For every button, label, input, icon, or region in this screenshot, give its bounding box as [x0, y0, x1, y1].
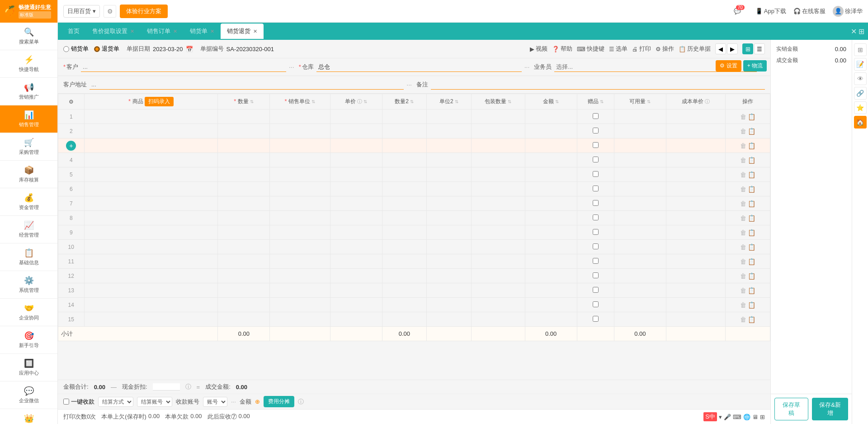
print-btn[interactable]: 🖨 打印: [632, 45, 651, 53]
unit-cell-15[interactable]: [270, 312, 330, 327]
price-cell-7[interactable]: [330, 196, 382, 211]
remark-input[interactable]: [431, 80, 765, 90]
copy-icon-6[interactable]: 📋: [748, 186, 755, 193]
delete-icon-7[interactable]: 🗑: [740, 200, 746, 207]
video-btn[interactable]: ▶ 视频: [530, 45, 547, 53]
calc-method-select[interactable]: 结算方式: [98, 397, 133, 407]
available-cell-2[interactable]: [614, 124, 666, 138]
experience-button[interactable]: 体验行业方案: [120, 5, 168, 18]
product-input-14[interactable]: [87, 301, 215, 308]
qty-cell-7[interactable]: [218, 196, 270, 211]
operation-btn[interactable]: ⚙ 操作: [656, 45, 674, 53]
price-cell-3[interactable]: [330, 138, 382, 153]
cost-cell-5[interactable]: [666, 167, 725, 182]
gift-cell-14[interactable]: [577, 298, 614, 312]
gift-checkbox-15[interactable]: [593, 316, 599, 322]
qty2-cell-11[interactable]: [382, 254, 427, 269]
available-cell-4[interactable]: [614, 153, 666, 167]
qty-cell-5[interactable]: [218, 167, 270, 182]
float-btn-6[interactable]: 🏠: [854, 116, 867, 129]
cost-cell-14[interactable]: [666, 298, 725, 312]
add-row-btn[interactable]: +: [66, 141, 76, 151]
qty2-cell-6[interactable]: [382, 182, 427, 196]
price-cell-15[interactable]: [330, 312, 382, 327]
price-cell-1[interactable]: [330, 110, 382, 124]
calendar-icon[interactable]: 📅: [186, 46, 193, 52]
unit-cell-1[interactable]: [270, 110, 330, 124]
language-icon[interactable]: 🌐: [743, 414, 750, 420]
gift-checkbox-6[interactable]: [593, 186, 599, 191]
prev-bill-btn[interactable]: ◀: [715, 43, 726, 54]
mic-icon[interactable]: 🎤: [724, 414, 731, 420]
pack-cell-6[interactable]: [471, 182, 525, 196]
gift-cell-2[interactable]: [577, 124, 614, 138]
unit-cell-13[interactable]: [270, 283, 330, 298]
qty-cell-9[interactable]: [218, 225, 270, 240]
product-cell-11[interactable]: [84, 254, 218, 269]
float-btn-5[interactable]: ⭐: [854, 101, 867, 114]
product-input-2[interactable]: [87, 128, 215, 134]
logistics-btn[interactable]: + 物流: [743, 60, 767, 71]
sort-qty-icon[interactable]: ⇅: [250, 99, 254, 104]
copy-icon-10[interactable]: 📋: [748, 243, 755, 251]
cost-cell-2[interactable]: [666, 124, 725, 138]
product-cell-8[interactable]: [84, 211, 218, 225]
product-input-1[interactable]: [87, 113, 215, 120]
amount-cell-4[interactable]: [525, 153, 577, 167]
copy-icon-9[interactable]: 📋: [748, 229, 755, 236]
product-input-9[interactable]: [87, 229, 215, 236]
gift-cell-5[interactable]: [577, 167, 614, 182]
pack-cell-14[interactable]: [471, 298, 525, 312]
available-cell-9[interactable]: [614, 225, 666, 240]
pack-cell-4[interactable]: [471, 153, 525, 167]
address-input[interactable]: [90, 80, 404, 90]
product-cell-10[interactable]: [84, 240, 218, 254]
price-cell-4[interactable]: [330, 153, 382, 167]
pack-cell-2[interactable]: [471, 124, 525, 138]
delete-icon-14[interactable]: 🗑: [740, 301, 746, 309]
pack-cell-11[interactable]: [471, 254, 525, 269]
sidebar-item-business[interactable]: 📈经营管理: [0, 216, 57, 243]
product-input-10[interactable]: [87, 243, 215, 250]
account-select[interactable]: 账号: [203, 397, 227, 407]
save-draft-btn[interactable]: 保存草稿: [774, 398, 808, 420]
add-amount-icon[interactable]: ⊕: [255, 398, 260, 405]
unit2-cell-10[interactable]: [427, 240, 472, 254]
copy-icon-2[interactable]: 📋: [748, 128, 755, 135]
available-cell-12[interactable]: [614, 269, 666, 283]
product-cell-1[interactable]: [84, 110, 218, 124]
sidebar-item-enterprise[interactable]: 🤝企业协同: [0, 299, 57, 326]
customer-input[interactable]: [81, 62, 286, 72]
price-cell-5[interactable]: [330, 167, 382, 182]
gift-checkbox-5[interactable]: [593, 171, 599, 177]
amount-cell-2[interactable]: [525, 124, 577, 138]
amount-cell-12[interactable]: [525, 269, 577, 283]
delete-icon-15[interactable]: 🗑: [740, 316, 746, 323]
gift-cell-6[interactable]: [577, 182, 614, 196]
sort-price-icon[interactable]: ⇅: [363, 99, 367, 104]
next-bill-btn[interactable]: ▶: [727, 43, 738, 54]
cost-cell-10[interactable]: [666, 240, 725, 254]
sort-pack-icon[interactable]: ⇅: [508, 99, 511, 104]
product-input-12[interactable]: [87, 272, 215, 279]
warehouse-select-icon[interactable]: ···: [524, 63, 530, 71]
one-click-payment-checkbox[interactable]: [63, 399, 69, 405]
cost-cell-4[interactable]: [666, 153, 725, 167]
delete-icon-12[interactable]: 🗑: [740, 272, 746, 280]
price-cell-8[interactable]: [330, 211, 382, 225]
float-btn-1[interactable]: ⊞: [854, 43, 867, 56]
cost-cell-11[interactable]: [666, 254, 725, 269]
unit-cell-6[interactable]: [270, 182, 330, 196]
delete-icon-5[interactable]: 🗑: [740, 171, 746, 178]
tab-close-1[interactable]: ✕: [130, 29, 134, 34]
product-cell-3[interactable]: [84, 138, 218, 153]
tab-close-4[interactable]: ✕: [253, 29, 257, 34]
history-btn[interactable]: 📋 历史单据: [679, 45, 711, 53]
help-btn[interactable]: ❓ 帮助: [552, 45, 572, 53]
unit2-cell-15[interactable]: [427, 312, 472, 327]
sidebar-item-quick[interactable]: ⚡快捷导航: [0, 50, 57, 78]
product-cell-13[interactable]: [84, 283, 218, 298]
unit-cell-14[interactable]: [270, 298, 330, 312]
unit-cell-12[interactable]: [270, 269, 330, 283]
amount-cell-10[interactable]: [525, 240, 577, 254]
